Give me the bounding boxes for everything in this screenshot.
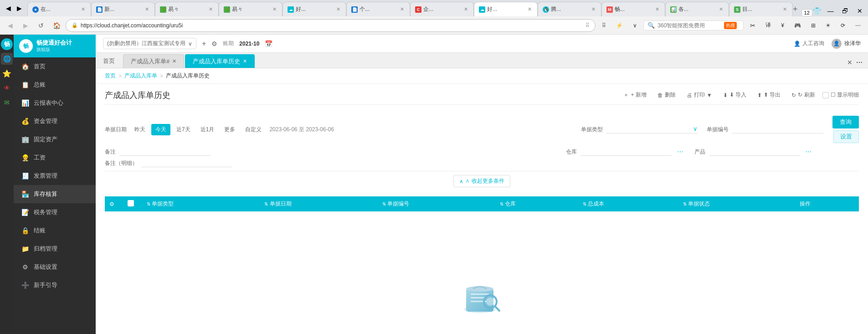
scissors-button[interactable]: ✂ <box>746 19 759 32</box>
tab-9-close[interactable]: ✕ <box>591 5 596 13</box>
theme-button[interactable]: ☀ <box>822 19 834 32</box>
page-tab-history[interactable]: 产成品入库单历史 ✕ <box>185 54 255 68</box>
th-status[interactable]: ⇅ 单据状态 <box>678 196 795 211</box>
page-tab-home[interactable]: 首页 <box>96 54 122 68</box>
forward-nav-button[interactable]: ▶ <box>19 19 32 32</box>
sidebar-item-ledger[interactable]: 📋 总账 <box>14 76 96 94</box>
breadcrumb-home[interactable]: 首页 <box>105 72 116 80</box>
grid-button[interactable]: ⊞ <box>807 19 819 32</box>
tab-8-close[interactable]: ✕ <box>527 5 533 13</box>
lightning-button[interactable]: ⚡ <box>612 19 627 32</box>
more-button[interactable]: ⋯ <box>852 19 864 32</box>
tab-10[interactable]: M 畅... ✕ <box>601 2 665 16</box>
warehouse-more-button[interactable]: ··· <box>675 148 685 156</box>
back-nav-button[interactable]: ◀ <box>4 19 16 32</box>
back-button[interactable]: ◀ <box>4 4 13 13</box>
product-input[interactable] <box>709 148 800 156</box>
period-calendar-icon[interactable]: 📅 <box>265 40 272 47</box>
company-selector[interactable]: (勿删勿禁用）江西服宝测试专用 ∨ <box>103 38 196 49</box>
tab-5-close[interactable]: ✕ <box>335 5 341 13</box>
sidebar-item-payroll[interactable]: 👷 工资 <box>14 149 96 167</box>
tab-12[interactable]: S 目... ✕ <box>729 2 793 16</box>
new-tab-button[interactable]: + <box>793 2 798 16</box>
tab-6-close[interactable]: ✕ <box>399 5 405 13</box>
sync-button[interactable]: ⟳ <box>837 19 849 32</box>
tab-11[interactable]: 📊 各... ✕ <box>665 2 729 16</box>
tab-1[interactable]: ● 在... ✕ <box>27 2 91 16</box>
import-button[interactable]: ⬇ ⬇ 导入 <box>719 89 750 101</box>
content-more-button[interactable]: ⋯ <box>854 59 864 66</box>
content-close-button[interactable]: ✕ <box>845 57 854 68</box>
detail-note-input[interactable] <box>141 159 232 167</box>
breadcrumb-list[interactable]: 产成品入库单 <box>124 72 157 80</box>
tab-1-close[interactable]: ✕ <box>80 5 86 13</box>
tab-10-close[interactable]: ✕ <box>654 5 660 13</box>
tab-3-close[interactable]: ✕ <box>208 5 214 13</box>
export-button[interactable]: ⬆ ⬆ 导出 <box>754 89 784 101</box>
sidebar-icon-weibo[interactable]: 👁 <box>1 82 13 94</box>
page-tab-history-close[interactable]: ✕ <box>243 58 247 64</box>
close-window-button[interactable]: ✕ <box>854 5 865 16</box>
type-select[interactable]: ∨ <box>606 125 698 134</box>
query-button[interactable]: 查询 <box>832 116 859 128</box>
url-dropdown-button[interactable]: ∨ <box>629 19 641 32</box>
company-settings-button[interactable]: ⚙ <box>211 40 217 47</box>
collapse-button[interactable]: ∧ ∧ 收起更多条件 <box>453 175 510 187</box>
tab-2-close[interactable]: ✕ <box>144 5 150 13</box>
date-yesterday[interactable]: 昨天 <box>130 124 149 135</box>
warehouse-input[interactable] <box>580 148 672 156</box>
tab-3[interactable]: 🌿 易々 ✕ <box>155 2 219 16</box>
refresh-button[interactable]: ↻ ↻ 刷新 <box>788 89 818 101</box>
delete-button[interactable]: 🗑 删除 <box>654 89 679 101</box>
tab-6[interactable]: 📄 个... ✕ <box>346 2 410 16</box>
extensions-button[interactable]: ⠿ <box>598 19 610 32</box>
product-more-button[interactable]: ··· <box>804 148 813 156</box>
sidebar-item-newopen[interactable]: ➕ 新手引导 <box>14 276 96 294</box>
th-checkbox[interactable] <box>123 196 141 211</box>
sidebar-item-tax[interactable]: 📝 税务管理 <box>14 203 96 221</box>
app-logo[interactable]: 畅 <box>1 38 13 50</box>
sidebar-item-fixed[interactable]: 🏢 固定资产 <box>14 130 96 149</box>
select-all-checkbox[interactable] <box>128 200 134 206</box>
number-input[interactable] <box>732 126 823 134</box>
yuan-button[interactable]: ¥ <box>777 19 788 32</box>
tab-5[interactable]: ☁ 好... ✕ <box>282 2 346 16</box>
add-button[interactable]: ＋ + 新增 <box>620 89 650 101</box>
minimize-button[interactable]: — <box>825 5 836 16</box>
tab-4[interactable]: 🌿 易々 ✕ <box>219 2 282 16</box>
tab-7-close[interactable]: ✕ <box>463 5 469 13</box>
tab-8[interactable]: ☁ 好... ✕ <box>474 2 538 16</box>
sidebar-item-home[interactable]: 🏠 首页 <box>14 57 96 76</box>
th-number[interactable]: ⇅ 单据编号 <box>377 196 494 211</box>
tab-2[interactable]: 📄 新... ✕ <box>91 2 155 16</box>
url-menu-icon[interactable]: ⠿ <box>586 22 590 29</box>
sidebar-icon-star[interactable]: ⭐ <box>1 67 13 79</box>
customer-service-button[interactable]: 👤 人工咨询 <box>794 40 824 47</box>
page-tab-list[interactable]: 产成品入库单# ✕ <box>123 54 184 68</box>
tab-7[interactable]: C 企... ✕ <box>410 2 474 16</box>
note-input[interactable] <box>119 148 211 156</box>
th-total[interactable]: ⇅ 总成本 <box>577 196 678 211</box>
tab-12-close[interactable]: ✕ <box>782 5 788 13</box>
set-button[interactable]: 设置 <box>833 130 859 143</box>
date-more[interactable]: 更多 <box>220 124 239 135</box>
add-company-button[interactable]: + <box>202 40 206 48</box>
th-date[interactable]: ⇅ 单据日期 <box>259 196 376 211</box>
page-tab-list-close[interactable]: ✕ <box>172 58 176 64</box>
date-7days[interactable]: 近7天 <box>172 124 195 135</box>
translate-button[interactable]: 译 <box>762 19 775 32</box>
sidebar-item-fund[interactable]: 💰 资金管理 <box>14 112 96 130</box>
sidebar-item-basic[interactable]: ⚙ 基础设置 <box>14 258 96 276</box>
display-checkbox[interactable] <box>822 92 829 98</box>
tab-11-close[interactable]: ✕ <box>718 5 724 13</box>
sidebar-item-close[interactable]: 🔒 结账 <box>14 221 96 240</box>
user-info[interactable]: 👤 徐泽华 <box>832 39 861 49</box>
table-settings-icon[interactable]: ⚙ <box>109 201 114 207</box>
refresh-nav-button[interactable]: ↺ <box>35 19 47 32</box>
tab-4-close[interactable]: ✕ <box>272 5 277 13</box>
search-input[interactable] <box>657 22 721 29</box>
th-settings[interactable]: ⚙ <box>105 196 123 211</box>
maximize-button[interactable]: 🗗 <box>840 5 851 16</box>
sidebar-item-invoice[interactable]: 🧾 发票管理 <box>14 167 96 185</box>
type-dropdown-icon[interactable]: ∨ <box>693 125 698 132</box>
